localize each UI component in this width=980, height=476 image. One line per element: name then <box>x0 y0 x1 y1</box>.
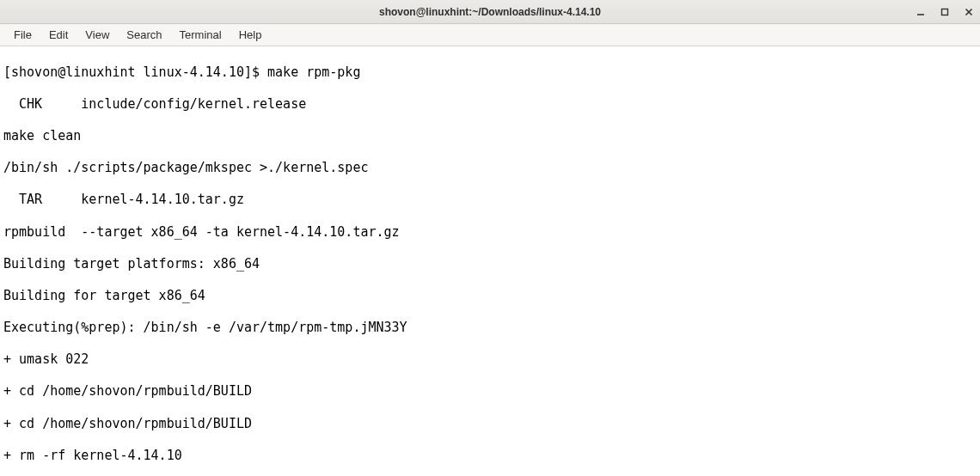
window-title: shovon@linuxhint:~/Downloads/linux-4.14.… <box>379 6 601 18</box>
menu-edit[interactable]: Edit <box>40 26 77 44</box>
terminal-line: Building target platforms: x86_64 <box>3 256 977 272</box>
terminal-line: Executing(%prep): /bin/sh -e /var/tmp/rp… <box>3 320 977 336</box>
menu-view[interactable]: View <box>77 26 118 44</box>
title-bar: shovon@linuxhint:~/Downloads/linux-4.14.… <box>0 0 980 24</box>
minimize-button[interactable] <box>915 6 927 18</box>
menu-terminal[interactable]: Terminal <box>171 26 230 44</box>
menu-file[interactable]: File <box>5 26 40 44</box>
menu-help[interactable]: Help <box>230 26 271 44</box>
window-controls <box>915 0 975 23</box>
terminal-line: make clean <box>3 128 977 144</box>
maximize-button[interactable] <box>939 6 951 18</box>
terminal-line: + cd /home/shovon/rpmbuild/BUILD <box>3 416 977 432</box>
menu-search[interactable]: Search <box>118 26 170 44</box>
terminal-line: + umask 022 <box>3 351 977 368</box>
terminal-output[interactable]: [shovon@linuxhint linux-4.14.10]$ make r… <box>0 46 980 476</box>
terminal-line: [shovon@linuxhint linux-4.14.10]$ make r… <box>3 64 977 81</box>
close-button[interactable] <box>963 6 975 18</box>
terminal-line: rpmbuild --target x86_64 -ta kernel-4.14… <box>3 224 977 241</box>
terminal-line: /bin/sh ./scripts/package/mkspec >./kern… <box>3 160 977 176</box>
terminal-line: Building for target x86_64 <box>3 288 977 304</box>
menu-bar: File Edit View Search Terminal Help <box>0 24 980 46</box>
terminal-line: TAR kernel-4.14.10.tar.gz <box>3 192 977 208</box>
terminal-line: + rm -rf kernel-4.14.10 <box>3 448 977 464</box>
svg-rect-1 <box>942 9 948 15</box>
terminal-line: CHK include/config/kernel.release <box>3 96 977 113</box>
terminal-line: + cd /home/shovon/rpmbuild/BUILD <box>3 383 977 400</box>
